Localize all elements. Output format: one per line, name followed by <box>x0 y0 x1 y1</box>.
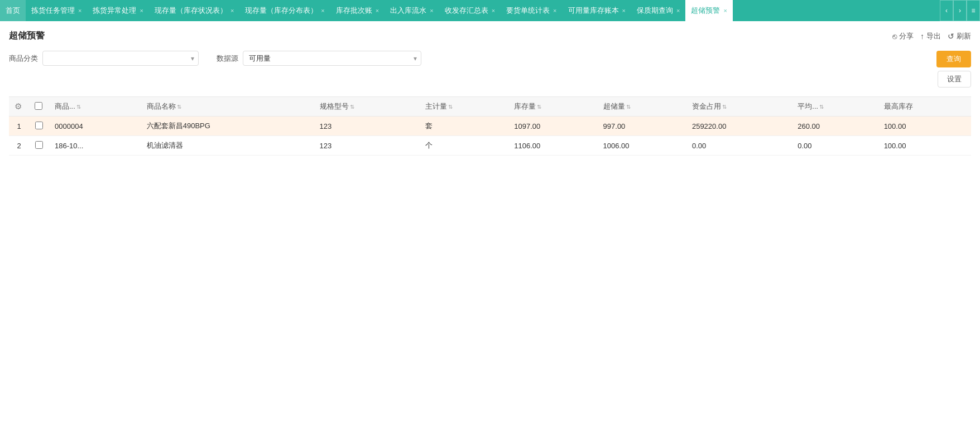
close-icon[interactable]: × <box>723 7 727 14</box>
settings-col-header: ⚙ <box>9 97 29 117</box>
close-icon[interactable]: × <box>676 7 680 14</box>
row-checkbox-cell <box>29 117 49 136</box>
select-all-checkbox[interactable] <box>35 102 42 110</box>
row-checkbox-cell <box>29 136 49 156</box>
close-icon[interactable]: × <box>622 7 626 14</box>
cell-product-name: 六配套新昌490BPG <box>141 117 314 136</box>
cell-avg: 0.00 <box>792 136 878 156</box>
sort-icon-product-name: ⇅ <box>177 104 181 110</box>
table-row: 1 0000004 六配套新昌490BPG 123 套 1097.00 997.… <box>9 117 971 136</box>
header-actions: ⎋ 分享 ↑ 导出 ↺ 刷新 <box>892 31 971 41</box>
cell-capital: 259220.00 <box>686 117 792 136</box>
cell-unit: 个 <box>420 136 508 156</box>
nav-item-现存量库存分布表[interactable]: 现存量（库存分布表）× <box>239 0 330 21</box>
close-icon[interactable]: × <box>140 7 143 14</box>
category-label: 商品分类 <box>9 54 38 64</box>
cell-spec: 123 <box>314 136 420 156</box>
row-index: 1 <box>9 117 29 136</box>
close-icon[interactable]: × <box>376 7 379 14</box>
col-overstock: 超储量⇅ <box>598 97 686 117</box>
col-product-name: 商品名称⇅ <box>141 97 314 117</box>
nav-item-可用量库存账本[interactable]: 可用量库存账本× <box>563 0 631 21</box>
nav-item-保质期查询[interactable]: 保质期查询× <box>631 0 685 21</box>
sort-icon-product-code: ⇅ <box>76 104 81 110</box>
nav-item-出入库流水[interactable]: 出入库流水× <box>385 0 439 21</box>
cell-unit: 套 <box>420 117 508 136</box>
row-index: 2 <box>9 136 29 156</box>
data-table: ⚙ 商品...⇅ 商品名称⇅ 规格型号⇅ 主计量⇅ 库存量⇅ <box>9 96 971 156</box>
main-content: 超储预警 ⎋ 分享 ↑ 导出 ↺ 刷新 商品分类 <box>0 21 980 446</box>
col-product-code: 商品...⇅ <box>49 97 141 117</box>
cell-capital: 0.00 <box>686 136 792 156</box>
row-checkbox[interactable] <box>35 141 43 149</box>
sort-icon-unit: ⇅ <box>448 104 453 110</box>
datasource-select[interactable]: 可用量 <box>243 51 421 66</box>
cell-avg: 260.00 <box>792 117 878 136</box>
nav-item-首页[interactable]: 首页 <box>0 0 26 21</box>
nav-prev-button[interactable]: ‹ <box>940 0 953 21</box>
nav-item-收发存汇总表[interactable]: 收发存汇总表× <box>439 0 501 21</box>
col-max-stock: 最高库存 <box>878 97 971 117</box>
col-unit: 主计量⇅ <box>420 97 508 117</box>
cell-stock: 1106.00 <box>508 136 597 156</box>
table-header: ⚙ 商品...⇅ 商品名称⇅ 规格型号⇅ 主计量⇅ 库存量⇅ <box>9 97 971 117</box>
nav-item-库存批次账[interactable]: 库存批次账× <box>330 0 385 21</box>
sort-icon-stock: ⇅ <box>537 104 541 110</box>
page-title: 超储预警 <box>9 30 45 42</box>
nav-item-拣货异常处理[interactable]: 拣货异常处理× <box>87 0 148 21</box>
refresh-button[interactable]: ↺ 刷新 <box>948 31 971 41</box>
close-icon[interactable]: × <box>553 7 556 14</box>
cell-overstock: 997.00 <box>598 117 686 136</box>
cell-product-code: 0000004 <box>49 117 141 136</box>
top-navigation: 首页拣货任务管理×拣货异常处理×现存量（库存状况表）×现存量（库存分布表）×库存… <box>0 0 980 21</box>
close-icon[interactable]: × <box>78 7 81 14</box>
nav-item-拣货任务管理[interactable]: 拣货任务管理× <box>26 0 87 21</box>
cell-max-stock: 100.00 <box>878 117 971 136</box>
cell-product-name: 机油滤清器 <box>141 136 314 156</box>
share-button[interactable]: ⎋ 分享 <box>892 31 914 41</box>
col-spec: 规格型号⇅ <box>314 97 420 117</box>
close-icon[interactable]: × <box>230 7 234 14</box>
col-capital: 资金占用⇅ <box>686 97 792 117</box>
checkbox-col-header <box>29 97 49 117</box>
refresh-label: 刷新 <box>957 31 971 41</box>
gear-icon[interactable]: ⚙ <box>15 101 22 111</box>
nav-next-button[interactable]: › <box>953 0 967 21</box>
page-header: 超储预警 ⎋ 分享 ↑ 导出 ↺ 刷新 <box>9 30 971 42</box>
cell-max-stock: 100.00 <box>878 136 971 156</box>
cell-stock: 1097.00 <box>508 117 597 136</box>
nav-arrows: ‹ › ≡ <box>940 0 980 21</box>
export-label: 导出 <box>926 31 941 41</box>
close-icon[interactable]: × <box>492 7 495 14</box>
col-avg: 平均...⇅ <box>792 97 878 117</box>
row-checkbox[interactable] <box>35 122 43 129</box>
export-icon: ↑ <box>920 32 924 41</box>
category-select[interactable] <box>42 51 199 66</box>
share-icon: ⎋ <box>892 32 897 41</box>
refresh-icon: ↺ <box>948 32 954 41</box>
nav-item-要货单统计表[interactable]: 要货单统计表× <box>501 0 562 21</box>
cell-spec: 123 <box>314 117 420 136</box>
query-button[interactable]: 查询 <box>936 51 971 67</box>
close-icon[interactable]: × <box>430 7 433 14</box>
sort-icon-spec: ⇅ <box>350 104 354 110</box>
export-button[interactable]: ↑ 导出 <box>920 31 941 41</box>
col-stock: 库存量⇅ <box>508 97 597 117</box>
table-row: 2 186-10... 机油滤清器 123 个 1106.00 1006.00 … <box>9 136 971 156</box>
datasource-label: 数据源 <box>217 54 238 64</box>
share-label: 分享 <box>899 31 914 41</box>
nav-menu-button[interactable]: ≡ <box>967 0 980 21</box>
datasource-filter: 数据源 可用量 <box>217 51 421 66</box>
settings-button[interactable]: 设置 <box>938 71 971 88</box>
sort-icon-capital: ⇅ <box>722 104 727 110</box>
nav-item-超储预警[interactable]: 超储预警× <box>685 0 732 21</box>
datasource-select-wrapper: 可用量 <box>243 51 421 66</box>
close-icon[interactable]: × <box>321 7 324 14</box>
category-select-wrapper <box>42 51 199 66</box>
category-filter: 商品分类 <box>9 51 199 66</box>
cell-overstock: 1006.00 <box>598 136 686 156</box>
sort-icon-overstock: ⇅ <box>626 104 631 110</box>
cell-product-code: 186-10... <box>49 136 141 156</box>
nav-item-现存量库存状况表[interactable]: 现存量（库存状况表）× <box>149 0 239 21</box>
sort-icon-avg: ⇅ <box>819 104 824 110</box>
